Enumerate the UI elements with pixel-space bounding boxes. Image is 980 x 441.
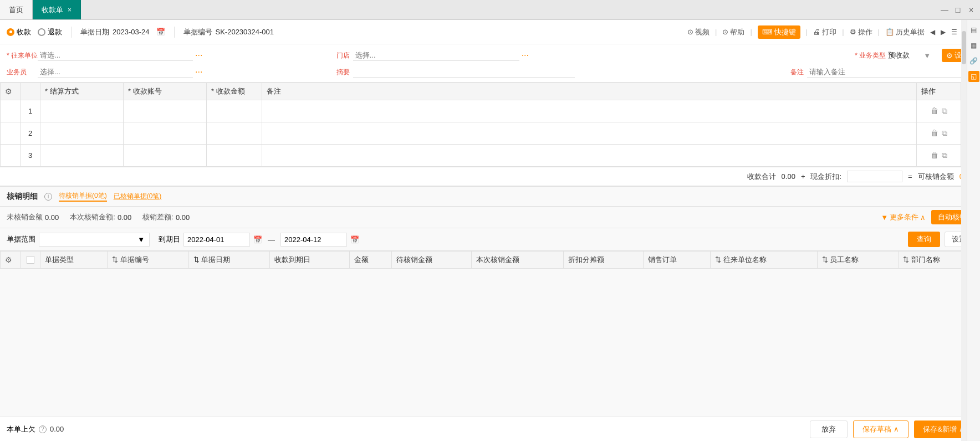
operation-btn[interactable]: ⚙ 操作 [850,27,872,37]
date-from-input[interactable] [183,233,250,247]
row2-note-cell[interactable] [262,122,917,145]
more-filter-label: 更多条件 [890,212,918,222]
bt-col-due-label: 收款到期日 [274,255,310,264]
bt-col-current: 本次核销金额 [471,252,564,269]
current-label: 本次核销金额: [70,212,115,222]
bt-settings-icon[interactable]: ⚙ [5,255,12,264]
col-amount-header: * 收款金额 [207,83,262,100]
save-draft-button[interactable]: 保存草稿 ∧ [853,421,908,438]
row3-account-cell[interactable] [124,145,207,167]
note-input[interactable] [807,66,973,78]
discount-input[interactable] [847,171,902,182]
calendar-to-icon[interactable]: 📅 [350,235,359,244]
range-select[interactable]: ▼ [39,233,150,247]
bt-col-partner-label: 往来单位名称 [723,255,767,264]
table-settings-icon[interactable]: ⚙ [5,87,12,96]
row1-amount-cell[interactable] [207,100,262,122]
col-settings-header: ⚙ [1,83,21,100]
row1-settle-cell[interactable] [40,100,124,122]
bt-col-type-label: 单据类型 [45,255,74,264]
summary-input[interactable] [353,66,575,78]
scroll-area[interactable] [961,20,967,441]
row1-copy-icon[interactable]: ⧉ [942,106,947,116]
col-note-label: 备注 [267,87,281,95]
tab-done[interactable]: 已核销单据(0笔) [114,192,162,201]
radio-refund[interactable]: 退款 [38,27,62,37]
list-view-btn[interactable]: ☰ [951,28,957,36]
date-value: 2023-03-24 [113,28,150,36]
window-close-button[interactable]: × [967,6,976,14]
store-input[interactable] [353,50,519,61]
store-more-btn[interactable]: ··· [519,50,531,60]
table-row: 3 🗑 ⧉ [1,145,961,167]
form-section: * 往来单位 ··· 门店 ··· * 业务类型 预收款 ▼ ⚙ 设置 [0,44,980,83]
prev-value: 0.00 [50,425,64,433]
staff-field: 业务员 ··· [7,66,314,78]
print-btn[interactable]: 🖨 打印 [813,27,836,37]
help-btn[interactable]: ⊙ 帮助 [722,27,744,37]
date-to-input[interactable] [280,233,347,247]
calendar-icon[interactable]: 📅 [156,28,165,36]
row2-account-cell[interactable] [124,122,207,145]
row2-copy-icon[interactable]: ⧉ [942,129,947,138]
row2-amount-cell[interactable] [207,122,262,145]
history-btn[interactable]: 📋 历史单据 [885,27,925,37]
business-type-label: * 业务类型 [855,51,888,60]
note-field: 备注 [666,66,973,78]
footer-left: 本单上欠 ? 0.00 [7,424,64,434]
tab-close-icon[interactable]: × [68,6,72,14]
verify-info-icon[interactable]: i [44,193,52,201]
row2-delete-icon[interactable]: 🗑 [931,129,938,138]
row3-copy-icon[interactable]: ⧉ [942,151,947,160]
bt-col-sales: 销售订单 [644,252,711,269]
row1-delete-icon[interactable]: 🗑 [931,106,938,116]
scroll-thumb[interactable] [962,31,966,64]
prev-info-icon[interactable]: ? [39,425,47,433]
calendar-from-icon[interactable]: 📅 [253,235,262,244]
row2-settle-cell[interactable] [40,122,124,145]
sidebar-icon-4[interactable]: ◱ [968,71,979,82]
row3-amount-cell[interactable] [207,145,262,167]
more-filter-btn[interactable]: ▼ 更多条件 ∧ [881,212,926,222]
maximize-button[interactable]: □ [953,6,962,14]
tab-pending[interactable]: 待核销单据(0笔) [59,191,107,202]
row3-settle-cell[interactable] [40,145,124,167]
summary-field: 摘要 [336,66,644,78]
shortcut-btn[interactable]: ⌨ 快捷键 [758,25,800,39]
partner-more-btn[interactable]: ··· [193,50,205,60]
radio-group: 收款 退款 [7,27,62,37]
bt-select-all-checkbox[interactable] [27,256,34,264]
business-type-dropdown[interactable]: ▼ [923,52,931,60]
bt-col-sales-label: 销售订单 [648,255,677,264]
sidebar-icon-2[interactable]: ▦ [968,40,979,51]
equals-sign: = [908,172,912,181]
nav-prev-btn[interactable]: ◀ [930,28,935,36]
diff-stat: 核销差额: 0.00 [142,212,190,222]
abandon-button[interactable]: 放弃 [810,421,848,438]
radio-receipt[interactable]: 收款 [7,27,31,37]
nav-next-btn[interactable]: ▶ [941,28,946,36]
operation-label: 操作 [858,27,872,37]
partner-input[interactable] [38,50,193,61]
video-btn[interactable]: ⊙ 视频 [687,27,710,37]
bottom-table-wrapper: ⚙ 单据类型 ⇅ 单据编号 [0,251,980,417]
row1-account-cell[interactable] [124,100,207,122]
row3-settings-cell [1,145,21,167]
staff-input[interactable] [38,66,193,78]
store-label: 门店 [336,51,353,60]
row3-delete-icon[interactable]: 🗑 [931,151,938,160]
sidebar-icon-1[interactable]: ▤ [968,24,979,35]
tab-home[interactable]: 首页 [0,0,33,19]
minimize-button[interactable]: — [940,6,949,14]
row1-note-cell[interactable] [262,100,917,122]
bt-col-discount: 折扣分摊额 [564,252,644,269]
date-separator: — [268,235,275,244]
col-action-header: 操作 [917,83,961,100]
row3-note-cell[interactable] [262,145,917,167]
staff-more-btn[interactable]: ··· [193,67,205,77]
bt-col-due: 收款到期日 [270,252,350,269]
query-button[interactable]: 查询 [908,232,940,247]
bt-col-number: ⇅ 单据编号 [108,252,189,269]
tab-receipt[interactable]: 收款单 × [33,0,81,19]
sidebar-icon-3[interactable]: 🔗 [968,55,979,66]
